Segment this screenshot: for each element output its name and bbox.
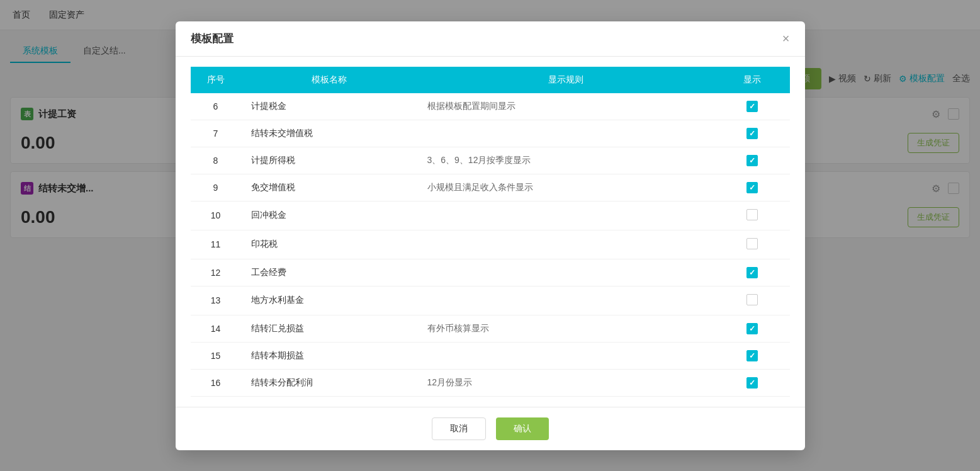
cell-show[interactable] xyxy=(714,120,790,147)
cell-rule xyxy=(417,286,714,315)
cell-rule: 12月份显示 xyxy=(417,369,714,396)
show-checkbox[interactable] xyxy=(746,209,758,220)
cell-seq: 11 xyxy=(191,230,241,259)
show-checkbox[interactable] xyxy=(746,350,758,361)
cancel-button[interactable]: 取消 xyxy=(432,417,486,440)
cell-rule xyxy=(417,230,714,259)
cell-rule xyxy=(417,201,714,230)
cell-name: 结转未交增值税 xyxy=(241,120,417,147)
cell-rule: 根据模板配置期间显示 xyxy=(417,93,714,120)
cell-name: 结转本期损益 xyxy=(241,342,417,369)
cell-name: 计提所得税 xyxy=(241,147,417,174)
cell-rule: 小规模且满足收入条件显示 xyxy=(417,174,714,201)
cell-name: 回冲税金 xyxy=(241,201,417,230)
table-row: 14结转汇兑损益有外币核算显示 xyxy=(191,315,790,342)
cell-show[interactable] xyxy=(714,342,790,369)
show-checkbox[interactable] xyxy=(746,377,758,389)
cell-name: 印花税 xyxy=(241,230,417,259)
cell-seq: 8 xyxy=(191,147,241,174)
confirm-button[interactable]: 确认 xyxy=(496,417,549,440)
cell-show[interactable] xyxy=(714,369,790,396)
modal-footer: 取消 确认 xyxy=(176,407,805,450)
modal-template-config: 模板配置 × 序号 模板名称 显示规则 显示 6计提税金根据模板配置期间显示7结… xyxy=(176,21,805,450)
cell-name: 计提税金 xyxy=(241,93,417,120)
table-row: 10回冲税金 xyxy=(191,201,790,230)
table-header: 序号 模板名称 显示规则 显示 xyxy=(191,67,790,93)
show-checkbox[interactable] xyxy=(746,238,758,249)
cell-name: 地方水利基金 xyxy=(241,286,417,315)
show-checkbox[interactable] xyxy=(746,323,758,334)
cell-show[interactable] xyxy=(714,174,790,201)
modal-header: 模板配置 × xyxy=(176,21,805,57)
show-checkbox[interactable] xyxy=(746,267,758,278)
cell-seq: 15 xyxy=(191,342,241,369)
cell-show[interactable] xyxy=(714,230,790,259)
cell-seq: 10 xyxy=(191,201,241,230)
table-row: 9免交增值税小规模且满足收入条件显示 xyxy=(191,174,790,201)
show-checkbox[interactable] xyxy=(746,182,758,193)
cell-seq: 13 xyxy=(191,286,241,315)
th-rule: 显示规则 xyxy=(417,67,714,93)
cell-rule: 有外币核算显示 xyxy=(417,315,714,342)
table-row: 11印花税 xyxy=(191,230,790,259)
table-row: 12工会经费 xyxy=(191,259,790,286)
cell-show[interactable] xyxy=(714,286,790,315)
table-row: 16结转未分配利润12月份显示 xyxy=(191,369,790,396)
show-checkbox[interactable] xyxy=(746,155,758,166)
modal-overlay: 模板配置 × 序号 模板名称 显示规则 显示 6计提税金根据模板配置期间显示7结… xyxy=(0,0,980,471)
cell-seq: 12 xyxy=(191,259,241,286)
table-row: 13地方水利基金 xyxy=(191,286,790,315)
cell-name: 结转汇兑损益 xyxy=(241,315,417,342)
cell-rule: 3、6、9、12月按季度显示 xyxy=(417,147,714,174)
cell-rule xyxy=(417,120,714,147)
table-body: 6计提税金根据模板配置期间显示7结转未交增值税8计提所得税3、6、9、12月按季… xyxy=(191,93,790,397)
cell-show[interactable] xyxy=(714,315,790,342)
table-row: 15结转本期损益 xyxy=(191,342,790,369)
th-seq: 序号 xyxy=(191,67,241,93)
table-row: 6计提税金根据模板配置期间显示 xyxy=(191,93,790,120)
show-checkbox[interactable] xyxy=(746,128,758,139)
cell-show[interactable] xyxy=(714,259,790,286)
th-show: 显示 xyxy=(714,67,790,93)
config-table: 序号 模板名称 显示规则 显示 6计提税金根据模板配置期间显示7结转未交增值税8… xyxy=(191,67,790,397)
cell-show[interactable] xyxy=(714,147,790,174)
cell-rule xyxy=(417,259,714,286)
cell-show[interactable] xyxy=(714,93,790,120)
cell-seq: 6 xyxy=(191,93,241,120)
modal-close-button[interactable]: × xyxy=(782,32,790,45)
cell-seq: 9 xyxy=(191,174,241,201)
cell-show[interactable] xyxy=(714,201,790,230)
show-checkbox[interactable] xyxy=(746,101,758,112)
cell-seq: 14 xyxy=(191,315,241,342)
show-checkbox[interactable] xyxy=(746,294,758,305)
cell-name: 免交增值税 xyxy=(241,174,417,201)
cell-seq: 7 xyxy=(191,120,241,147)
th-name: 模板名称 xyxy=(241,67,417,93)
modal-title: 模板配置 xyxy=(191,31,234,46)
cell-name: 工会经费 xyxy=(241,259,417,286)
cell-name: 结转未分配利润 xyxy=(241,369,417,396)
modal-body: 序号 模板名称 显示规则 显示 6计提税金根据模板配置期间显示7结转未交增值税8… xyxy=(176,57,805,407)
cell-seq: 16 xyxy=(191,369,241,396)
cell-rule xyxy=(417,342,714,369)
table-row: 8计提所得税3、6、9、12月按季度显示 xyxy=(191,147,790,174)
table-row: 7结转未交增值税 xyxy=(191,120,790,147)
